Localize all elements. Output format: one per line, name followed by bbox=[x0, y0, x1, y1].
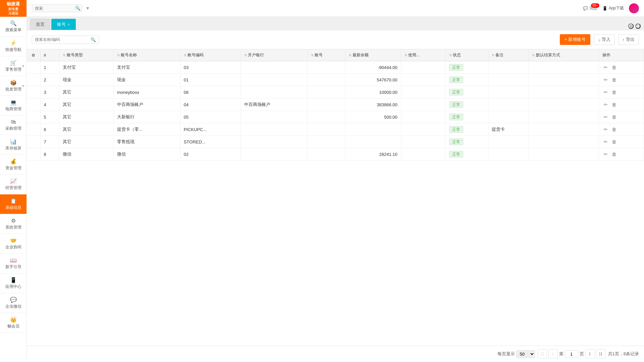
header-left: 🔍 ▼ bbox=[32, 4, 90, 12]
sidebar-item-inventory-calc[interactable]: 📊 库存核算 bbox=[0, 135, 26, 155]
status-badge: 正常 bbox=[449, 126, 463, 133]
cell-type: 其它 bbox=[59, 86, 113, 99]
add-account-button[interactable]: + 新增账号 bbox=[560, 34, 590, 45]
edit-button[interactable]: ✏ bbox=[602, 138, 609, 145]
col-balance[interactable]: ⇅ 最新余额 bbox=[345, 49, 401, 61]
col-default-payment[interactable]: ⇅ 默认结算方式 bbox=[529, 49, 599, 61]
header-right: 💬 消息 99+ 📱 App下载 bbox=[583, 3, 639, 13]
chevron-icon: ▼ bbox=[21, 84, 25, 88]
cell-name: 现金 bbox=[113, 74, 180, 86]
maximize-window-button[interactable]: ⛶ bbox=[635, 23, 641, 29]
purchase-icon: 🛍 bbox=[2, 119, 25, 125]
page-nav: ⟨⟨ ⟨ 第 页 ⟩ ⟩⟩ bbox=[538, 349, 605, 359]
import-button[interactable]: ↓ 导入 bbox=[594, 34, 615, 45]
edit-button[interactable]: ✏ bbox=[602, 89, 609, 96]
cell-code: 04 bbox=[180, 99, 240, 111]
col-remark[interactable]: ⇅ 备注 bbox=[488, 49, 529, 61]
guide-icon: 📖 bbox=[2, 257, 25, 263]
dropdown-arrow[interactable]: ▼ bbox=[86, 6, 90, 11]
col-name[interactable]: ⇅ 账号名称 bbox=[113, 49, 180, 61]
col-bank[interactable]: ⇅ 开户银行 bbox=[240, 49, 307, 61]
delete-button[interactable]: 🗑 bbox=[610, 89, 618, 96]
delete-button[interactable]: 🗑 bbox=[610, 151, 618, 158]
sidebar-item-retail-mgmt[interactable]: 🛒 零售管理 ▼ bbox=[0, 56, 26, 76]
delete-button[interactable]: 🗑 bbox=[610, 101, 618, 108]
next-page-button[interactable]: ⟩ bbox=[585, 349, 595, 359]
col-account-no[interactable]: ⇅ 账号 bbox=[307, 49, 345, 61]
delete-button[interactable]: 🗑 bbox=[610, 126, 618, 133]
status-badge: 正常 bbox=[449, 151, 463, 158]
tab-home[interactable]: 首页 bbox=[30, 19, 50, 30]
cell-action: ✏ 🗑 bbox=[599, 61, 644, 74]
edit-button[interactable]: ✏ bbox=[602, 114, 609, 120]
sidebar-item-label: 经营管理 bbox=[2, 185, 25, 191]
enterprise-icon: 🤝 bbox=[2, 237, 25, 244]
sidebar-item-system-mgmt[interactable]: ⚙ 系统管理 bbox=[0, 214, 26, 234]
cell-remark: 提货卡 bbox=[488, 123, 529, 136]
tab-close-icon[interactable]: ✕ bbox=[67, 23, 70, 26]
col-usage[interactable]: ⇅ 使用... bbox=[401, 49, 445, 61]
table-row: 5 其它 大新银行 05 500.00 正常 ✏ 🗑 bbox=[27, 111, 644, 123]
sidebar-item-purchase-mgmt[interactable]: 🛍 采购管理 bbox=[0, 116, 26, 135]
cell-balance bbox=[345, 136, 401, 148]
cell-action: ✏ 🗑 bbox=[599, 136, 644, 148]
cell-balance bbox=[345, 123, 401, 136]
cell-bank bbox=[240, 148, 307, 161]
cell-code: STORED... bbox=[180, 136, 240, 148]
edit-button[interactable]: ✏ bbox=[602, 126, 609, 133]
sidebar-item-ecommerce-mgmt[interactable]: 💻 电商管理 bbox=[0, 96, 26, 116]
col-num: # bbox=[40, 49, 59, 61]
edit-button[interactable]: ✏ bbox=[602, 151, 609, 158]
sidebar-item-app-center[interactable]: 📱 应用中心 bbox=[0, 274, 26, 293]
sidebar-item-new-guide[interactable]: 📖 新手引导 bbox=[0, 254, 26, 274]
sidebar-logo: 畅捷通 好生意 乐惠版 bbox=[0, 0, 26, 17]
sidebar-item-basic-info[interactable]: 📋 基础信息 bbox=[0, 194, 26, 214]
delete-button[interactable]: 🗑 bbox=[610, 138, 618, 145]
delete-button[interactable]: 🗑 bbox=[610, 76, 618, 83]
prev-page-button[interactable]: ⟨ bbox=[548, 349, 558, 359]
app-download-button[interactable]: 📱 App下载 bbox=[602, 5, 624, 11]
messages-button[interactable]: 💬 消息 99+ bbox=[583, 5, 597, 11]
sidebar-item-wholesale-mgmt[interactable]: 📦 批发管理 ▼ bbox=[0, 76, 26, 96]
sidebar-item-operations-mgmt[interactable]: 📈 经营管理 bbox=[0, 175, 26, 194]
content-toolbar: 🔍 + 新增账号 ↓ 导入 ↑ 导出 bbox=[27, 30, 644, 49]
edit-button[interactable]: ✏ bbox=[602, 76, 609, 83]
cell-balance: 28241.10 bbox=[345, 148, 401, 161]
sidebar-item-quick-nav[interactable]: ⚡ 快捷导航 bbox=[0, 37, 26, 56]
page-size-dropdown[interactable]: 50 100 200 bbox=[516, 350, 535, 358]
avatar[interactable] bbox=[629, 3, 639, 13]
cell-status: 正常 bbox=[446, 99, 488, 111]
cell-code: 02 bbox=[180, 148, 240, 161]
export-button[interactable]: ↑ 导出 bbox=[618, 34, 639, 45]
content-search-input[interactable] bbox=[35, 37, 91, 42]
cell-settings bbox=[27, 74, 40, 86]
first-page-button[interactable]: ⟨⟨ bbox=[538, 349, 547, 359]
cell-num: 8 bbox=[40, 148, 59, 161]
col-type[interactable]: ⇅ 账号类型 bbox=[59, 49, 113, 61]
last-page-button[interactable]: ⟩⟩ bbox=[596, 349, 605, 359]
delete-button[interactable]: 🗑 bbox=[610, 114, 618, 120]
col-code[interactable]: ⇅ 账号编码 bbox=[180, 49, 240, 61]
sidebar-item-enterprise-agreement[interactable]: 🤝 企业协同 bbox=[0, 234, 26, 254]
sidebar: 畅捷通 好生意 乐惠版 🔍 搜索菜单 ⚡ 快捷导航 🛒 零售管理 ▼ 📦 批发管… bbox=[0, 0, 27, 362]
sidebar-item-search-menu[interactable]: 🔍 搜索菜单 bbox=[0, 17, 26, 37]
sidebar-item-finance-mgmt[interactable]: 💰 资金管理 bbox=[0, 155, 26, 175]
col-status[interactable]: ⇅ 状态 bbox=[446, 49, 488, 61]
page-input[interactable] bbox=[565, 350, 578, 358]
cell-status: 正常 bbox=[446, 111, 488, 123]
cell-default-payment bbox=[529, 74, 599, 86]
close-window-button[interactable]: ✕ bbox=[628, 23, 634, 29]
sidebar-item-enterprise-wechat[interactable]: 💬 企业微信 bbox=[0, 293, 26, 313]
delete-button[interactable]: 🗑 bbox=[610, 64, 618, 71]
sidebar-item-free-member[interactable]: 👑 畅会员 bbox=[0, 313, 26, 333]
cell-remark bbox=[488, 148, 529, 161]
tab-account[interactable]: 账号 ✕ bbox=[51, 19, 76, 30]
sidebar-item-label: 企业协同 bbox=[2, 244, 25, 250]
top-search-input[interactable] bbox=[35, 6, 75, 11]
cell-num: 4 bbox=[40, 99, 59, 111]
toolbar-right: + 新增账号 ↓ 导入 ↑ 导出 bbox=[560, 34, 639, 45]
settings-col-header[interactable]: ⚙ bbox=[27, 49, 40, 61]
edit-button[interactable]: ✏ bbox=[602, 101, 609, 108]
cell-account-no bbox=[307, 123, 345, 136]
edit-button[interactable]: ✏ bbox=[602, 64, 609, 71]
